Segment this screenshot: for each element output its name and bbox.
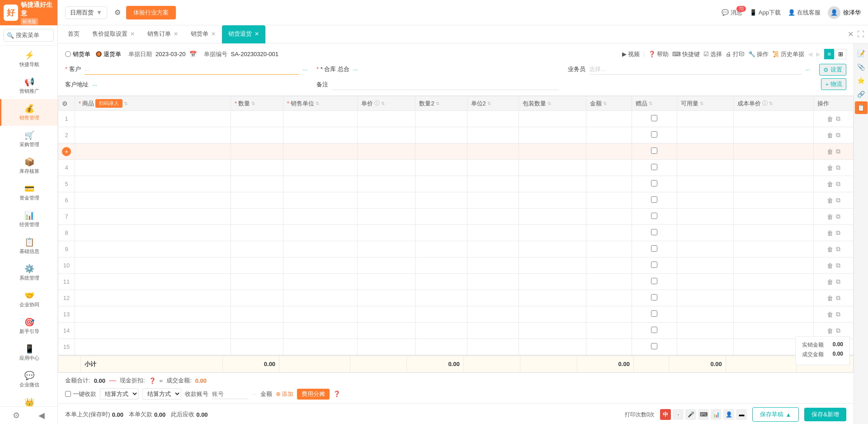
gift-cell[interactable] (632, 339, 677, 355)
unit-price-cell[interactable] (357, 192, 415, 209)
unit2-cell[interactable] (467, 241, 519, 257)
pack-quantity-cell[interactable] (519, 290, 586, 306)
copy-row-icon[interactable]: ⧉ (836, 115, 840, 123)
unit2-cell[interactable] (467, 160, 519, 176)
tool-keyboard-icon[interactable]: ⌨ (698, 409, 709, 420)
right-sidebar-active-icon[interactable]: 📋 (855, 101, 868, 114)
cost-unit-price-cell[interactable] (734, 160, 814, 176)
customer-input[interactable] (85, 64, 299, 75)
gift-cell[interactable] (632, 241, 677, 257)
copy-row-icon[interactable]: ⧉ (836, 229, 840, 237)
unit-price-cell[interactable] (357, 339, 415, 355)
tab-close-icon[interactable]: ✕ (130, 31, 135, 37)
calc-method-select[interactable]: 结算方式 (142, 388, 181, 400)
settle-method-select[interactable]: 结算方式 (100, 388, 139, 400)
gift-checkbox[interactable] (651, 180, 657, 186)
delete-row-icon[interactable]: 🗑 (827, 311, 833, 318)
quantity-cell[interactable] (231, 192, 283, 209)
online-service-button[interactable]: 👤 在线客服 (788, 9, 821, 17)
available-cell[interactable] (677, 209, 734, 225)
cost-unit-price-cell[interactable] (734, 192, 814, 209)
cost-unit-price-cell[interactable] (734, 127, 814, 143)
unit-price-cell[interactable] (357, 127, 415, 143)
product-cell[interactable] (75, 143, 231, 160)
available-cell[interactable] (677, 306, 734, 323)
help-button[interactable]: ❓ 帮助 (648, 50, 669, 58)
gift-checkbox[interactable] (651, 131, 657, 138)
product-cell[interactable] (75, 176, 231, 192)
tab-sales-return[interactable]: 销货退货 ✕ (222, 25, 265, 43)
available-cell[interactable] (677, 241, 734, 257)
unit2-cell[interactable] (467, 127, 519, 143)
sidebar-item-marketing[interactable]: 📢 营销推广 (0, 72, 57, 99)
sales-unit-cell[interactable] (283, 127, 357, 143)
add-payment-button[interactable]: ⊕ 添加 (276, 390, 293, 398)
cost-unit-price-cell[interactable] (734, 257, 814, 274)
topbar-gear-icon[interactable]: ⚙ (114, 8, 121, 17)
gift-checkbox[interactable] (651, 196, 657, 203)
delete-row-icon[interactable]: 🗑 (827, 278, 833, 286)
gift-checkbox[interactable] (651, 115, 657, 121)
cost-price-info-icon[interactable]: ⓘ (762, 100, 768, 107)
product-cell[interactable] (75, 306, 231, 323)
pack-quantity-cell[interactable] (519, 143, 586, 160)
gift-checkbox[interactable] (651, 213, 657, 219)
pack-quantity-cell[interactable] (519, 160, 586, 176)
quantity-cell[interactable] (231, 143, 283, 160)
product-cell[interactable] (75, 257, 231, 274)
gift-checkbox[interactable] (651, 229, 657, 235)
unit2-cell[interactable] (467, 323, 519, 339)
unit-price-cell[interactable] (357, 209, 415, 225)
cost-unit-price-cell[interactable] (734, 306, 814, 323)
gift-cell[interactable] (632, 323, 677, 339)
logistics-button[interactable]: + 物流 (821, 78, 846, 90)
quantity2-cell[interactable] (415, 143, 467, 160)
delete-row-icon[interactable]: 🗑 (827, 229, 833, 237)
quantity-cell[interactable] (231, 290, 283, 306)
sales-unit-cell[interactable] (283, 192, 357, 209)
delete-row-icon[interactable]: 🗑 (827, 115, 833, 123)
copy-row-icon[interactable]: ⧉ (836, 148, 840, 155)
salesman-picker-icon[interactable]: ··· (805, 66, 810, 73)
product-cell[interactable] (75, 225, 231, 241)
available-cell[interactable] (677, 339, 734, 355)
copy-row-icon[interactable]: ⧉ (836, 213, 840, 220)
addr-picker-icon[interactable]: ··· (92, 81, 97, 88)
delete-row-icon[interactable]: 🗑 (827, 164, 833, 172)
unit2-cell[interactable] (467, 225, 519, 241)
quantity-cell[interactable] (231, 160, 283, 176)
gift-checkbox[interactable] (651, 164, 657, 170)
pack-quantity-cell[interactable] (519, 176, 586, 192)
sidebar-item-quick-nav[interactable]: ⚡ 快捷导航 (0, 46, 57, 72)
tab-close-icon[interactable]: ✕ (255, 31, 259, 37)
sales-unit-cell[interactable] (283, 323, 357, 339)
sales-unit-cell[interactable] (283, 160, 357, 176)
unit2-cell[interactable] (467, 257, 519, 274)
right-sidebar-attach-icon[interactable]: 📎 (855, 61, 868, 73)
quantity2-cell[interactable] (415, 290, 467, 306)
remark-input[interactable] (332, 79, 559, 90)
sidebar-item-operations[interactable]: 📊 经营管理 (0, 206, 57, 233)
amount-cell[interactable] (586, 176, 632, 192)
sales-unit-cell[interactable] (283, 306, 357, 323)
amount-cell[interactable] (586, 323, 632, 339)
account-input[interactable] (212, 389, 248, 399)
customer-picker-icon[interactable]: ··· (302, 66, 307, 73)
radio-delivery[interactable]: 销货单 (65, 50, 90, 58)
sidebar-item-system[interactable]: ⚙️ 系统管理 (0, 259, 57, 286)
cash-discount-help-icon[interactable]: ❓ (149, 377, 156, 384)
quantity2-cell[interactable] (415, 176, 467, 192)
copy-row-icon[interactable]: ⧉ (836, 327, 840, 334)
delete-row-icon[interactable]: 🗑 (827, 181, 833, 188)
available-cell[interactable] (677, 257, 734, 274)
sort-icon[interactable]: ⇅ (381, 101, 385, 106)
quantity2-cell[interactable] (415, 339, 467, 355)
cost-unit-price-cell[interactable] (734, 290, 814, 306)
sort-icon[interactable]: ⇅ (251, 101, 255, 106)
quantity-cell[interactable] (231, 323, 283, 339)
sidebar-item-basic-info[interactable]: 📋 基础信息 (0, 233, 57, 259)
unit-price-cell[interactable] (357, 111, 415, 127)
cost-unit-price-cell[interactable] (734, 274, 814, 290)
product-cell[interactable] (75, 323, 231, 339)
available-cell[interactable] (677, 323, 734, 339)
